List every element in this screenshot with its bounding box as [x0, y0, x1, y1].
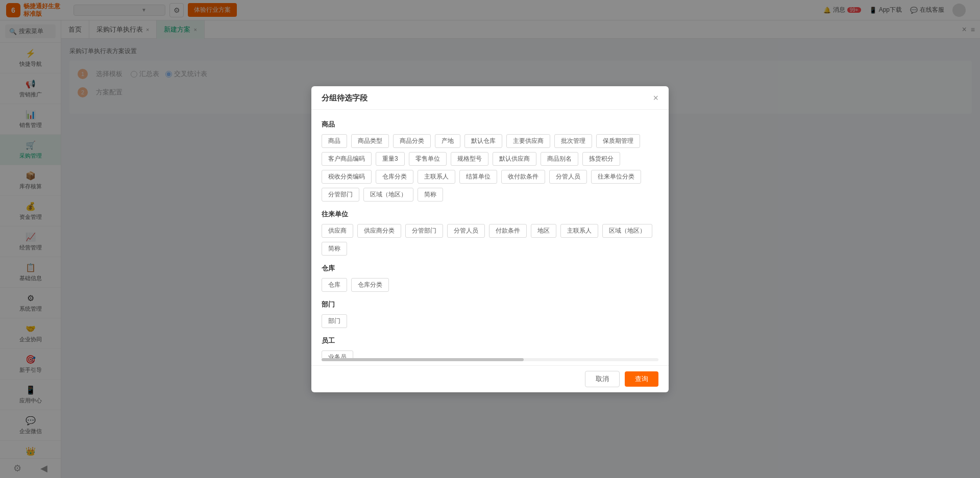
modal-hscrollbar-thumb [322, 358, 524, 361]
modal-close-icon[interactable]: × [653, 93, 658, 103]
tag-item[interactable]: 简称 [418, 188, 443, 202]
tag-item[interactable]: 商品 [322, 134, 347, 148]
tag-item[interactable]: 默认供应商 [493, 152, 536, 166]
tag-item[interactable]: 仓库分类 [351, 278, 389, 292]
tag-item[interactable]: 商品别名 [541, 152, 578, 166]
tag-item[interactable]: 批次管理 [554, 134, 592, 148]
modal-footer: 取消 查询 [311, 365, 669, 392]
tag-item[interactable]: 分管部门 [322, 188, 359, 202]
tag-item[interactable]: 仓库 [322, 278, 347, 292]
modal-hscrollbar[interactable] [322, 358, 658, 361]
tag-item[interactable]: 结算单位 [459, 170, 497, 184]
tag-item[interactable]: 供应商 [322, 224, 353, 238]
tag-item[interactable]: 产地 [435, 134, 460, 148]
tag-item[interactable]: 商品类型 [351, 134, 389, 148]
section-title-goods: 商品 [322, 120, 658, 129]
tag-item[interactable]: 分管部门 [405, 224, 443, 238]
tag-item[interactable]: 区域（地区） [363, 188, 413, 202]
tag-group-partner: 供应商供应商分类分管部门分管人员付款条件地区主联系人区域（地区）简称 [322, 224, 658, 256]
tag-item[interactable]: 收付款条件 [501, 170, 545, 184]
tag-item[interactable]: 供应商分类 [357, 224, 401, 238]
tag-item[interactable]: 分管人员 [447, 224, 485, 238]
tag-item[interactable]: 主联系人 [560, 224, 598, 238]
tag-item[interactable]: 主要供应商 [506, 134, 550, 148]
section-title-partner: 往来单位 [322, 210, 658, 219]
tag-group-warehouse: 仓库仓库分类 [322, 278, 658, 292]
tag-item[interactable]: 规格型号 [451, 152, 488, 166]
modal-header: 分组待选字段 × [311, 86, 669, 110]
section-title-employee: 员工 [322, 336, 658, 345]
tag-item[interactable]: 主联系人 [418, 170, 455, 184]
modal-body: 商品 商品商品类型商品分类产地默认仓库主要供应商批次管理保质期管理客户商品编码重… [311, 110, 669, 358]
tag-group-employee: 业务员 [322, 350, 658, 358]
tag-item[interactable]: 往来单位分类 [591, 170, 641, 184]
tag-item[interactable]: 业务员 [322, 350, 353, 358]
tag-item[interactable]: 仓库分类 [376, 170, 413, 184]
tag-group-goods: 商品商品类型商品分类产地默认仓库主要供应商批次管理保质期管理客户商品编码重量3零… [322, 134, 658, 202]
tag-item[interactable]: 客户商品编码 [322, 152, 372, 166]
tag-item[interactable]: 税收分类编码 [322, 170, 372, 184]
tag-item[interactable]: 部门 [322, 314, 347, 328]
tag-item[interactable]: 重量3 [376, 152, 405, 166]
section-title-warehouse: 仓库 [322, 264, 658, 273]
tag-item[interactable]: 付款条件 [489, 224, 527, 238]
modal-title: 分组待选字段 [322, 93, 368, 103]
cancel-button[interactable]: 取消 [585, 371, 620, 387]
field-select-modal: 分组待选字段 × 商品 商品商品类型商品分类产地默认仓库主要供应商批次管理保质期… [311, 86, 669, 392]
modal-overlay: 分组待选字段 × 商品 商品商品类型商品分类产地默认仓库主要供应商批次管理保质期… [0, 0, 980, 478]
confirm-button[interactable]: 查询 [625, 371, 658, 387]
tag-item[interactable]: 地区 [531, 224, 556, 238]
tag-item[interactable]: 零售单位 [409, 152, 447, 166]
tag-item[interactable]: 分管人员 [549, 170, 587, 184]
section-title-department: 部门 [322, 300, 658, 309]
tag-item[interactable]: 拣货积分 [582, 152, 620, 166]
tag-item[interactable]: 区域（地区） [602, 224, 652, 238]
tag-item[interactable]: 保质期管理 [596, 134, 640, 148]
tag-item[interactable]: 简称 [322, 242, 347, 256]
tag-item[interactable]: 商品分类 [393, 134, 431, 148]
tag-item[interactable]: 默认仓库 [464, 134, 502, 148]
tag-group-department: 部门 [322, 314, 658, 328]
